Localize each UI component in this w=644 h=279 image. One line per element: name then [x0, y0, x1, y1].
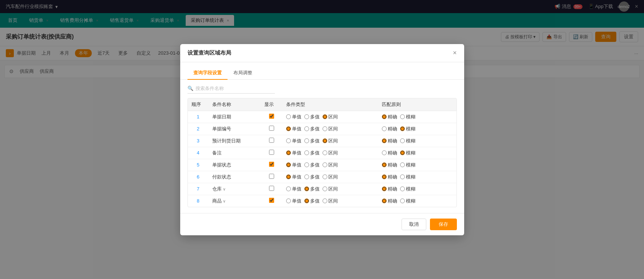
match-radio[interactable]	[382, 138, 387, 143]
type-radio-label[interactable]: 单值	[286, 162, 301, 168]
match-radio-label[interactable]: 精确	[382, 150, 397, 156]
tab-layout-adjust[interactable]: 布局调整	[228, 67, 258, 80]
type-radio[interactable]	[286, 138, 291, 143]
type-radio-label[interactable]: 区间	[323, 138, 338, 144]
type-radio-label[interactable]: 区间	[323, 174, 338, 180]
match-radio-label[interactable]: 模糊	[400, 162, 415, 168]
type-radio[interactable]	[304, 138, 309, 143]
match-radio-label[interactable]: 模糊	[400, 150, 415, 156]
match-radio[interactable]	[382, 186, 387, 191]
match-radio[interactable]	[400, 186, 405, 191]
match-radio[interactable]	[400, 199, 405, 203]
type-radio-label[interactable]: 单值	[286, 174, 301, 180]
type-radio[interactable]	[304, 199, 309, 203]
type-radio-label[interactable]: 多值	[304, 114, 320, 120]
show-checkbox[interactable]	[269, 162, 274, 167]
match-radio-label[interactable]: 精确	[382, 114, 397, 120]
type-radio-label[interactable]: 单值	[286, 126, 301, 132]
match-radio[interactable]	[400, 150, 405, 155]
type-radio[interactable]	[323, 174, 327, 179]
type-radio-label[interactable]: 多值	[304, 138, 320, 144]
type-radio-label[interactable]: 单值	[286, 138, 301, 144]
type-radio[interactable]	[323, 126, 327, 131]
type-radio-label[interactable]: 单值	[286, 186, 301, 192]
match-radio[interactable]	[382, 114, 387, 119]
match-radio-label[interactable]: 模糊	[400, 138, 415, 144]
match-radio-label[interactable]: 精确	[382, 138, 397, 144]
cell-show[interactable]	[261, 111, 283, 123]
type-radio[interactable]	[323, 199, 327, 203]
match-radio[interactable]	[400, 126, 405, 131]
match-radio-label[interactable]: 模糊	[400, 174, 415, 180]
type-radio-label[interactable]: 区间	[323, 126, 338, 132]
show-checkbox[interactable]	[269, 198, 274, 203]
match-radio[interactable]	[382, 199, 387, 203]
cancel-button[interactable]: 取消	[402, 219, 426, 230]
type-radio[interactable]	[304, 162, 309, 167]
type-radio-label[interactable]: 多值	[304, 126, 320, 132]
type-radio-label[interactable]: 多值	[304, 162, 320, 168]
type-radio-label[interactable]: 单值	[286, 150, 301, 156]
cell-show[interactable]	[261, 207, 283, 207]
match-radio-label[interactable]: 模糊	[400, 198, 415, 204]
type-radio[interactable]	[286, 126, 291, 131]
type-radio[interactable]	[323, 114, 327, 119]
type-radio[interactable]	[286, 186, 291, 191]
type-radio-label[interactable]: 单值	[286, 198, 301, 204]
type-radio[interactable]	[286, 150, 291, 155]
save-button[interactable]: 保存	[430, 219, 457, 230]
cell-show[interactable]	[261, 135, 283, 147]
show-checkbox[interactable]	[269, 186, 274, 191]
type-radio-label[interactable]: 区间	[323, 114, 338, 120]
type-radio[interactable]	[304, 114, 309, 119]
type-radio[interactable]	[323, 186, 327, 191]
match-radio[interactable]	[382, 162, 387, 167]
type-radio[interactable]	[304, 174, 309, 179]
type-radio[interactable]	[304, 150, 309, 155]
match-radio-label[interactable]: 精确	[382, 174, 397, 180]
show-checkbox[interactable]	[269, 138, 274, 143]
type-radio[interactable]	[286, 162, 291, 167]
search-input[interactable]	[195, 86, 268, 91]
type-radio-label[interactable]: 多值	[304, 174, 320, 180]
match-radio[interactable]	[400, 174, 405, 179]
type-radio-label[interactable]: 区间	[323, 162, 338, 168]
type-radio[interactable]	[323, 162, 327, 167]
type-radio[interactable]	[286, 114, 291, 119]
show-checkbox[interactable]	[269, 114, 274, 119]
tab-query-fields[interactable]: 查询字段设置	[187, 67, 228, 80]
type-radio[interactable]	[304, 186, 309, 191]
type-radio[interactable]	[323, 138, 327, 143]
dialog-close-button[interactable]: ×	[453, 49, 457, 57]
match-radio[interactable]	[400, 138, 405, 143]
match-radio-label[interactable]: 模糊	[400, 126, 415, 132]
type-radio[interactable]	[286, 174, 291, 179]
type-radio-label[interactable]: 多值	[304, 186, 320, 192]
match-radio-label[interactable]: 精确	[382, 186, 397, 192]
type-radio-label[interactable]: 区间	[323, 186, 338, 192]
type-radio-label[interactable]: 区间	[323, 150, 338, 156]
cell-show[interactable]	[261, 123, 283, 135]
show-checkbox[interactable]	[269, 126, 274, 131]
type-radio[interactable]	[323, 150, 327, 155]
show-checkbox[interactable]	[269, 150, 274, 155]
type-radio-label[interactable]: 单值	[286, 114, 301, 120]
match-radio-label[interactable]: 精确	[382, 126, 397, 132]
cell-show[interactable]	[261, 159, 283, 171]
cell-show[interactable]	[261, 171, 283, 183]
type-radio-label[interactable]: 多值	[304, 150, 320, 156]
cell-show[interactable]	[261, 147, 283, 159]
match-radio-label[interactable]: 模糊	[400, 186, 415, 192]
type-radio[interactable]	[304, 126, 309, 131]
type-radio-label[interactable]: 区间	[323, 198, 338, 204]
match-radio[interactable]	[400, 114, 405, 119]
match-radio[interactable]	[382, 174, 387, 179]
match-radio-label[interactable]: 精确	[382, 198, 397, 204]
cell-show[interactable]	[261, 183, 283, 195]
show-checkbox[interactable]	[269, 174, 274, 179]
type-radio[interactable]	[286, 199, 291, 203]
match-radio[interactable]	[382, 150, 387, 155]
match-radio[interactable]	[400, 162, 405, 167]
match-radio-label[interactable]: 模糊	[400, 114, 415, 120]
match-radio-label[interactable]: 精确	[382, 162, 397, 168]
